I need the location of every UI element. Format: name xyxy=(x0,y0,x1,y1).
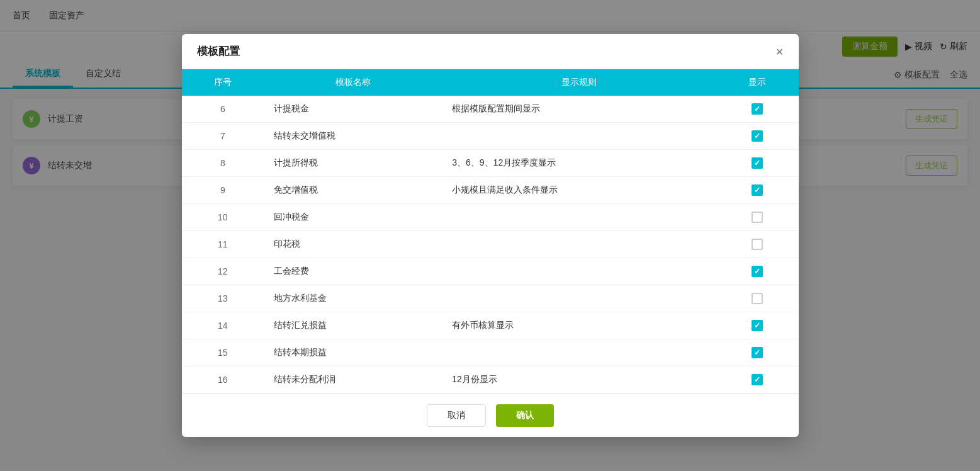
cell-rule xyxy=(442,285,716,312)
cell-display xyxy=(716,231,799,258)
cell-rule: 有外币核算显示 xyxy=(442,312,716,339)
display-checkbox[interactable] xyxy=(752,266,763,277)
cell-display xyxy=(716,366,799,394)
dialog-body: 序号 模板名称 显示规则 显示 6计提税金根据模版配置期间显示7结转未交增值税8… xyxy=(182,69,799,394)
cell-display xyxy=(716,312,799,339)
cell-name: 计提税金 xyxy=(264,96,442,123)
cell-name: 计提所得税 xyxy=(264,150,442,177)
cell-display xyxy=(716,339,799,366)
cell-seq: 15 xyxy=(182,339,264,366)
cell-seq: 9 xyxy=(182,177,264,204)
cell-rule xyxy=(442,258,716,285)
table-row: 11印花税 xyxy=(182,231,799,258)
cell-name: 结转本期损益 xyxy=(264,339,442,366)
cell-name: 工会经费 xyxy=(264,258,442,285)
cell-rule xyxy=(442,204,716,231)
display-checkbox[interactable] xyxy=(752,157,763,169)
config-table: 序号 模板名称 显示规则 显示 6计提税金根据模版配置期间显示7结转未交增值税8… xyxy=(182,69,799,394)
display-checkbox[interactable] xyxy=(752,320,763,331)
cell-name: 结转未交增值税 xyxy=(264,123,442,150)
table-row: 13地方水利基金 xyxy=(182,285,799,312)
cell-rule: 小规模且满足收入条件显示 xyxy=(442,177,716,204)
cell-rule xyxy=(442,123,716,150)
cell-display xyxy=(716,204,799,231)
cell-name: 结转未分配利润 xyxy=(264,366,442,394)
table-header-row: 序号 模板名称 显示规则 显示 xyxy=(182,69,799,96)
cell-rule xyxy=(442,231,716,258)
cell-display xyxy=(716,285,799,312)
confirm-button[interactable]: 确认 xyxy=(496,404,554,427)
display-checkbox[interactable] xyxy=(752,103,763,115)
dialog-title: 模板配置 xyxy=(197,44,240,59)
table-row: 16结转未分配利润12月份显示 xyxy=(182,366,799,394)
cell-name: 免交增值税 xyxy=(264,177,442,204)
cell-display xyxy=(716,123,799,150)
cell-seq: 13 xyxy=(182,285,264,312)
display-checkbox[interactable] xyxy=(752,347,763,358)
table-row: 15结转本期损益 xyxy=(182,339,799,366)
template-config-dialog: 模板配置 × 序号 模板名称 显示规则 显示 6计提税金根据模版配置期间显示7结… xyxy=(182,34,799,437)
table-row: 6计提税金根据模版配置期间显示 xyxy=(182,96,799,123)
cell-display xyxy=(716,258,799,285)
cell-seq: 7 xyxy=(182,123,264,150)
cell-name: 印花税 xyxy=(264,231,442,258)
dialog-header: 模板配置 × xyxy=(182,34,799,69)
cell-display xyxy=(716,150,799,177)
display-checkbox[interactable] xyxy=(752,184,763,196)
table-row: 7结转未交增值税 xyxy=(182,123,799,150)
col-rule: 显示规则 xyxy=(442,69,716,96)
cell-seq: 10 xyxy=(182,204,264,231)
cell-rule: 12月份显示 xyxy=(442,366,716,394)
dialog-footer: 取消 确认 xyxy=(182,394,799,437)
col-seq: 序号 xyxy=(182,69,264,96)
display-checkbox[interactable] xyxy=(752,374,763,385)
table-row: 12工会经费 xyxy=(182,258,799,285)
cell-seq: 12 xyxy=(182,258,264,285)
table-row: 9免交增值税小规模且满足收入条件显示 xyxy=(182,177,799,204)
cell-name: 地方水利基金 xyxy=(264,285,442,312)
cell-display xyxy=(716,96,799,123)
col-name: 模板名称 xyxy=(264,69,442,96)
cell-seq: 11 xyxy=(182,231,264,258)
cell-seq: 16 xyxy=(182,366,264,394)
cell-rule: 3、6、9、12月按季度显示 xyxy=(442,150,716,177)
cell-seq: 14 xyxy=(182,312,264,339)
cell-name: 结转汇兑损益 xyxy=(264,312,442,339)
table-row: 14结转汇兑损益有外币核算显示 xyxy=(182,312,799,339)
display-checkbox[interactable] xyxy=(752,293,763,304)
cell-seq: 8 xyxy=(182,150,264,177)
table-row: 10回冲税金 xyxy=(182,204,799,231)
col-display: 显示 xyxy=(716,69,799,96)
display-checkbox[interactable] xyxy=(752,239,763,250)
dialog-close-button[interactable]: × xyxy=(776,45,784,58)
cell-display xyxy=(716,177,799,204)
table-row: 8计提所得税3、6、9、12月按季度显示 xyxy=(182,150,799,177)
modal-overlay: 模板配置 × 序号 模板名称 显示规则 显示 6计提税金根据模版配置期间显示7结… xyxy=(0,0,980,471)
cell-name: 回冲税金 xyxy=(264,204,442,231)
display-checkbox[interactable] xyxy=(752,130,763,142)
display-checkbox[interactable] xyxy=(752,212,763,223)
cell-seq: 6 xyxy=(182,96,264,123)
cell-rule: 根据模版配置期间显示 xyxy=(442,96,716,123)
cancel-button[interactable]: 取消 xyxy=(427,404,486,427)
cell-rule xyxy=(442,339,716,366)
